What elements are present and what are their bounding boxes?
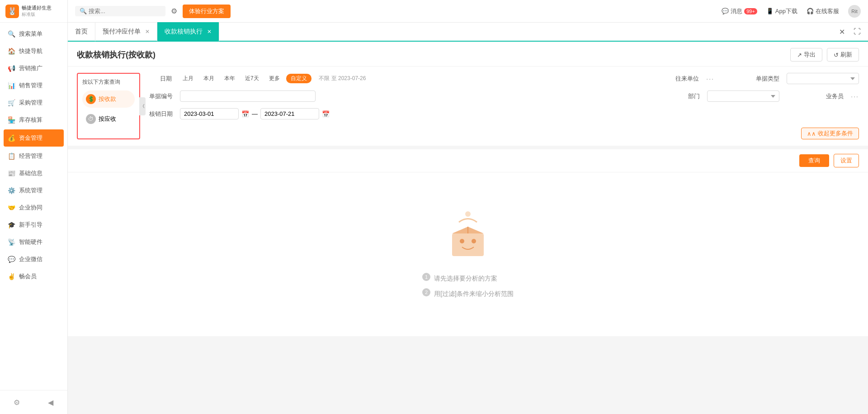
empty-svg (441, 209, 495, 263)
logo-text-group: 畅捷通好生意 标准版 (22, 5, 52, 17)
page-title: 收款核销执行(按收款) (77, 49, 156, 60)
topbar: 🔍 ⚙ 体验行业方案 💬 消息 99+ 📱 App下载 🎧 在线客服 Rit (68, 0, 868, 23)
topbar-search-input[interactable] (89, 8, 152, 14)
date-prev-month-btn[interactable]: 上月 (179, 73, 197, 84)
tip-num-2: 2 (422, 288, 430, 296)
sidebar-label-inventory: 库存核算 (19, 116, 42, 124)
sidebar-item-member[interactable]: ✌️ 畅会员 (0, 268, 67, 285)
department-select[interactable] (707, 90, 779, 102)
query-by-collection[interactable]: 💲 按收款 (82, 90, 135, 108)
sidebar-label-search: 搜索菜单 (19, 30, 42, 38)
counterparty-ellipsis[interactable]: ··· (706, 75, 714, 82)
sidebar: 🐰 畅捷通好生意 标准版 🔍 搜索菜单 🏠 快捷导航 📢 营销推广 📊 销售管理… (0, 0, 68, 414)
tab-collection-close[interactable]: ✕ (207, 29, 212, 35)
tip-text-1: 请先选择要分析的方案 (434, 272, 497, 285)
query-by-receivable[interactable]: ⏱ 按应收 (82, 110, 135, 128)
settings-btn[interactable]: 设置 (834, 154, 859, 167)
tab-prepay[interactable]: 预付冲应付单 ✕ (95, 22, 157, 41)
sidebar-item-system[interactable]: ⚙️ 系统管理 (0, 182, 67, 199)
calendar-start-icon[interactable]: 📅 (241, 110, 249, 118)
date-quick-options: 上月 本月 本年 近7天 更多 自定义 (179, 73, 311, 84)
sidebar-label-guide: 新手引导 (19, 221, 42, 229)
date-this-year-btn[interactable]: 本年 (221, 73, 239, 84)
left-panel-collapse-btn[interactable]: 《 (139, 97, 146, 115)
expand-tab-btn[interactable]: ⛶ (850, 24, 864, 39)
sidebar-item-wechat[interactable]: 💬 企业微信 (0, 251, 67, 268)
empty-tips-list: 1 请先选择要分析的方案 2 用[过滤]条件来缩小分析范围 (422, 272, 514, 300)
settings-bottom-icon[interactable]: ⚙ (9, 395, 24, 409)
date-more-btn[interactable]: 更多 (265, 73, 283, 84)
topbar-search-area[interactable]: 🔍 (75, 6, 165, 16)
purchase-icon: 🛒 (7, 99, 15, 107)
sidebar-item-inventory[interactable]: 🏪 库存核算 (0, 111, 67, 128)
verify-date-end-input[interactable] (260, 108, 319, 119)
message-label: 消息 (731, 7, 742, 15)
query-receivable-label: 按应收 (99, 115, 116, 123)
sidebar-item-basic-info[interactable]: 📰 基础信息 (0, 165, 67, 182)
right-filter: 日期 上月 本月 本年 近7天 更多 自定义 不限 至 2023-07-26 (149, 73, 859, 139)
collapse-more-btn[interactable]: ∧∧ 收起更多条件 (801, 128, 859, 139)
refresh-icon: ↺ (834, 52, 839, 58)
doc-type-select[interactable] (787, 73, 859, 84)
svg-rect-0 (452, 233, 484, 256)
user-avatar[interactable]: Rit (848, 5, 861, 18)
topbar-search-icon: 🔍 (80, 8, 87, 14)
tab-collection-label: 收款核销执行 (165, 28, 203, 36)
svg-point-2 (472, 239, 476, 243)
export-icon: ↗ (797, 52, 802, 58)
sidebar-label-smart-hardware: 智能硬件 (19, 238, 42, 246)
refresh-btn[interactable]: ↺ 刷新 (827, 48, 859, 62)
verify-date-label: 核销日期 (149, 110, 173, 118)
sidebar-item-enterprise[interactable]: 🤝 企业协同 (0, 199, 67, 216)
refresh-label: 刷新 (840, 51, 852, 59)
doc-number-label: 单据编号 (149, 92, 173, 100)
industry-btn[interactable]: 体验行业方案 (183, 5, 231, 18)
sidebar-label-basic-info: 基础信息 (19, 169, 42, 177)
export-label: 导出 (804, 51, 816, 59)
settings-icon[interactable]: ⚙ (171, 7, 177, 15)
marketing-icon: 📢 (7, 64, 15, 72)
sidebar-menu: 🔍 搜索菜单 🏠 快捷导航 📢 营销推广 📊 销售管理 🛒 采购管理 🏪 库存核… (0, 23, 67, 390)
tab-prepay-close[interactable]: ✕ (145, 29, 150, 35)
calendar-end-icon[interactable]: 📅 (322, 110, 330, 118)
tab-collection[interactable]: 收款核销执行 ✕ (157, 22, 219, 41)
left-query-panel: 按以下方案查询 💲 按收款 ⏱ 按应收 《 (77, 73, 140, 139)
verify-date-start-input[interactable] (180, 108, 239, 119)
app-download-icon: 📱 (766, 8, 774, 14)
page-actions: ↗ 导出 ↺ 刷新 (790, 48, 859, 62)
message-item[interactable]: 💬 消息 99+ (722, 7, 757, 15)
query-btn[interactable]: 查询 (799, 154, 829, 167)
online-service-item[interactable]: 🎧 在线客服 (807, 7, 839, 15)
sidebar-item-marketing[interactable]: 📢 营销推广 (0, 60, 67, 77)
doc-number-input[interactable] (180, 90, 316, 102)
close-tab-btn[interactable]: ✕ (835, 24, 849, 39)
logo-name: 畅捷通好生意 (22, 5, 52, 11)
message-badge: 99+ (744, 8, 757, 14)
sidebar-label-wechat: 企业微信 (19, 255, 42, 263)
collapse-more-area: ∧∧ 收起更多条件 (149, 126, 859, 139)
staff-ellipsis[interactable]: ··· (851, 93, 859, 100)
export-btn[interactable]: ↗ 导出 (790, 48, 822, 62)
sidebar-item-quicknav[interactable]: 🏠 快捷导航 (0, 43, 67, 60)
date-separator: — (252, 110, 258, 117)
sidebar-item-search[interactable]: 🔍 搜索菜单 (0, 25, 67, 43)
date-7days-btn[interactable]: 近7天 (241, 73, 263, 84)
sidebar-item-purchase[interactable]: 🛒 采购管理 (0, 94, 67, 111)
guide-icon: 🎓 (7, 221, 15, 229)
tab-home[interactable]: 首页 (68, 22, 95, 41)
app-download-item[interactable]: 📱 App下载 (766, 7, 797, 15)
sidebar-item-guide[interactable]: 🎓 新手引导 (0, 216, 67, 233)
tabbar: 首页 预付冲应付单 ✕ 收款核销执行 ✕ ✕ ⛶ (68, 23, 868, 42)
sales-icon: 📊 (7, 81, 15, 90)
sidebar-item-sales[interactable]: 📊 销售管理 (0, 77, 67, 94)
sidebar-item-operations[interactable]: 📋 经营管理 (0, 148, 67, 165)
logo-icon: 🐰 (5, 5, 19, 18)
date-this-month-btn[interactable]: 本月 (200, 73, 218, 84)
sidebar-item-funds[interactable]: 💰 资金管理 (4, 129, 64, 147)
collapse-sidebar-icon[interactable]: ◀ (43, 395, 58, 409)
date-custom-btn[interactable]: 自定义 (286, 74, 311, 83)
no-limit-text: 不限 (319, 75, 330, 82)
sidebar-label-marketing: 营销推广 (19, 64, 42, 72)
page-content: 收款核销执行(按收款) ↗ 导出 ↺ 刷新 按以下方案查询 💲 按收款 (68, 42, 868, 414)
sidebar-item-smart-hardware[interactable]: 📡 智能硬件 (0, 233, 67, 251)
